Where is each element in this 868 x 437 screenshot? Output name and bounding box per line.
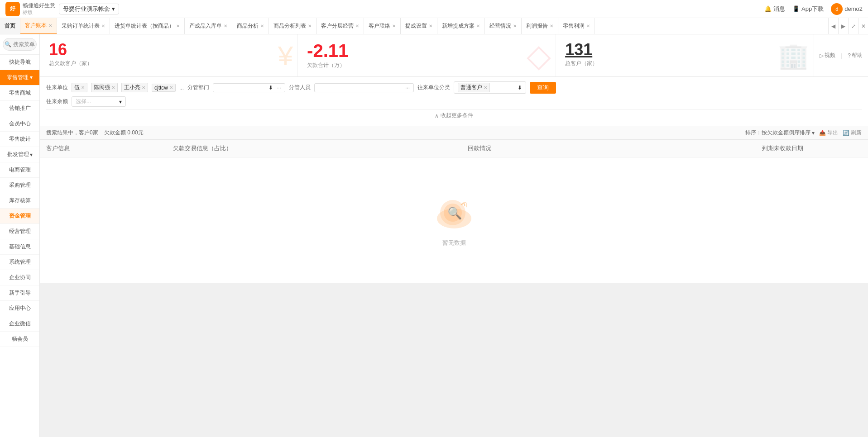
sidebar-item-system[interactable]: 系统管理 xyxy=(0,255,39,270)
app-download-button[interactable]: 📱 App下载 xyxy=(792,5,824,13)
balance-select-arrow: ▾ xyxy=(119,99,122,105)
store-selector[interactable]: 母婴行业演示帐套 ▾ xyxy=(59,4,119,14)
tab-close-all[interactable]: ✕ xyxy=(858,18,868,34)
tab-close-customer-contact[interactable]: ✕ xyxy=(392,24,396,28)
bell-icon: 🔔 xyxy=(764,5,772,12)
empty-text: 暂无数据 xyxy=(442,239,466,247)
remove-tag-ordinary[interactable]: ✕ xyxy=(484,85,487,90)
tab-purchase-order[interactable]: 采购订单统计表 ✕ xyxy=(57,18,110,34)
filter-more[interactable]: ... xyxy=(179,85,184,91)
dept-select[interactable]: ⬇ ··· xyxy=(213,83,285,92)
top-bar-right: 🔔 消息 📱 App下载 d demo2 xyxy=(764,3,863,15)
remove-tag-chen[interactable]: ✕ xyxy=(111,85,115,90)
type-select[interactable]: 普通客户 ✕ ⬇ xyxy=(454,81,526,94)
sidebar-item-operations[interactable]: 经营管理 xyxy=(0,224,39,239)
table-header: 客户信息 欠款交易信息（占比） 回款情况 到期未收款日期 xyxy=(40,140,868,157)
sidebar-item-finance[interactable]: 资金管理 xyxy=(0,209,39,224)
phone-icon: 📱 xyxy=(792,5,800,12)
chevron-up-icon: ∧ xyxy=(435,113,439,119)
query-button[interactable]: 查询 xyxy=(530,82,556,94)
export-button[interactable]: 📤 导出 xyxy=(819,129,838,137)
export-icon: 📤 xyxy=(819,130,826,136)
type-label: 往来单位分类 xyxy=(417,84,450,91)
empty-illustration: 🔍 xyxy=(434,194,475,234)
stat-debt-label: 欠款合计（万） xyxy=(307,62,345,69)
sidebar-item-purchase[interactable]: 采购管理 xyxy=(0,178,39,193)
tab-new-commission[interactable]: 新增提成方案 ✕ xyxy=(437,18,485,34)
tab-close-new-commission[interactable]: ✕ xyxy=(476,24,480,28)
filter-area: 往来单位 伍 ✕ 陈民强 ✕ 王小亮 ✕ cjttcw ✕ ... xyxy=(40,77,868,126)
tab-home[interactable]: 首页 xyxy=(0,18,20,34)
person-label: 分管人员 xyxy=(289,84,311,91)
dept-select-arrow: ⬇ xyxy=(269,85,273,91)
tab-customer-ledger[interactable]: 客户账本 ✕ xyxy=(20,18,57,34)
sidebar-item-basic-info[interactable]: 基础信息 xyxy=(0,239,39,255)
remove-tag-wang[interactable]: ✕ xyxy=(142,85,145,90)
sidebar-item-marketing[interactable]: 营销推广 xyxy=(0,101,39,116)
chevron-down-icon: ▾ xyxy=(112,5,115,12)
sidebar-item-retail[interactable]: 零售管理 ▾ xyxy=(0,70,39,86)
sidebar-item-app-center[interactable]: 应用中心 xyxy=(0,301,39,316)
sidebar-item-onboarding[interactable]: 新手引导 xyxy=(0,285,39,301)
stat-all-value: 131 xyxy=(565,42,592,58)
sidebar-item-wholesale[interactable]: 批发管理 ▾ xyxy=(0,147,39,162)
tab-profit-report[interactable]: 利润报告 ✕ xyxy=(522,18,558,34)
tab-close-product-analysis[interactable]: ✕ xyxy=(260,24,264,28)
video-link[interactable]: ▷ 视频 xyxy=(820,52,835,59)
sidebar-search: 🔍 搜索菜单 xyxy=(0,34,39,55)
tab-retail-profit[interactable]: 零售利润 ✕ xyxy=(558,18,595,34)
tab-customer-contact[interactable]: 客户联络 ✕ xyxy=(364,18,401,34)
tab-arrow-right[interactable]: ▶ xyxy=(838,18,848,34)
person-select[interactable]: ··· xyxy=(314,83,414,92)
tab-commission-settings[interactable]: 提成设置 ✕ xyxy=(401,18,437,34)
avatar: d xyxy=(831,3,843,15)
collapse-button[interactable]: ∧ 收起更多条件 xyxy=(46,109,862,121)
messages-button[interactable]: 🔔 消息 xyxy=(764,5,785,13)
balance-select[interactable]: 选择... ▾ xyxy=(72,96,126,107)
top-bar: 好 畅捷通好生意 标版 母婴行业演示帐套 ▾ 🔔 消息 📱 App下载 d de… xyxy=(0,0,868,18)
tab-close-inbound-stats[interactable]: ✕ xyxy=(176,24,180,28)
tab-close-profit-report[interactable]: ✕ xyxy=(550,24,553,28)
tab-production-inbound[interactable]: 产成品入库单 ✕ xyxy=(185,18,232,34)
sidebar-item-quick-nav[interactable]: 快捷导航 xyxy=(0,55,39,70)
sidebar-item-inventory[interactable]: 库存核算 xyxy=(0,193,39,209)
sidebar-item-retail-stats[interactable]: 零售统计 xyxy=(0,132,39,147)
tab-inbound-stats[interactable]: 进货单统计表（按商品） ✕ xyxy=(110,18,185,34)
tab-product-analysis-list[interactable]: 商品分析列表 ✕ xyxy=(269,18,317,34)
tab-maximize[interactable]: ⤢ xyxy=(848,18,858,34)
sort-selector[interactable]: 排序：按欠款金额倒序排序 ▾ xyxy=(745,129,815,137)
tab-business-situation[interactable]: 经营情况 ✕ xyxy=(485,18,522,34)
remove-tag-cjttcw[interactable]: ✕ xyxy=(169,85,173,90)
tab-close-production-inbound[interactable]: ✕ xyxy=(224,24,227,28)
tab-close-retail-profit[interactable]: ✕ xyxy=(586,24,590,28)
stat-all-label: 总客户（家） xyxy=(565,60,598,67)
sidebar-search-button[interactable]: 🔍 搜索菜单 xyxy=(3,38,37,51)
results-bar-right: 排序：按欠款金额倒序排序 ▾ 📤 导出 🔄 刷新 xyxy=(745,129,862,137)
sidebar-item-wechat[interactable]: 企业微信 xyxy=(0,316,39,332)
tab-customer-segment[interactable]: 客户分层经营 ✕ xyxy=(317,18,364,34)
sidebar-item-member2[interactable]: 畅会员 xyxy=(0,332,39,347)
video-icon: ▷ xyxy=(820,52,824,59)
sidebar-item-ecommerce[interactable]: 电商管理 xyxy=(0,162,39,178)
tab-close-product-analysis-list[interactable]: ✕ xyxy=(308,24,312,28)
refresh-button[interactable]: 🔄 刷新 xyxy=(843,129,862,137)
col-debt-info: 欠款交易信息（占比） xyxy=(173,144,468,152)
top-bar-left: 好 畅捷通好生意 标版 母婴行业演示帐套 ▾ xyxy=(5,2,119,16)
refresh-icon: 🔄 xyxy=(843,130,849,136)
tab-close-customer-segment[interactable]: ✕ xyxy=(355,24,359,28)
tab-product-analysis[interactable]: 商品分析 ✕ xyxy=(232,18,269,34)
tab-close-customer-ledger[interactable]: ✕ xyxy=(48,23,52,28)
tab-arrow-left[interactable]: ◀ xyxy=(828,18,838,34)
tab-close-business-situation[interactable]: ✕ xyxy=(513,24,517,28)
user-menu[interactable]: d demo2 xyxy=(831,3,863,15)
sidebar-item-member[interactable]: 会员中心 xyxy=(0,116,39,132)
sidebar-item-retail-mall[interactable]: 零售商城 xyxy=(0,86,39,101)
sidebar-item-enterprise-collab[interactable]: 企业协同 xyxy=(0,270,39,285)
remove-tag-unit-all[interactable]: ✕ xyxy=(81,85,85,90)
filter-tag-ordinary: 普通客户 ✕ xyxy=(458,83,490,92)
tab-close-purchase-order[interactable]: ✕ xyxy=(101,24,105,28)
tab-arrows: ◀ ▶ ⤢ ✕ xyxy=(828,18,868,34)
tab-close-commission-settings[interactable]: ✕ xyxy=(429,24,432,28)
content-area: 16 总欠款客户（家） ¥ -2.11 欠款合计（万） ◇ 131 总客户（家）… xyxy=(40,34,868,437)
help-link[interactable]: ? 帮助 xyxy=(848,52,863,59)
